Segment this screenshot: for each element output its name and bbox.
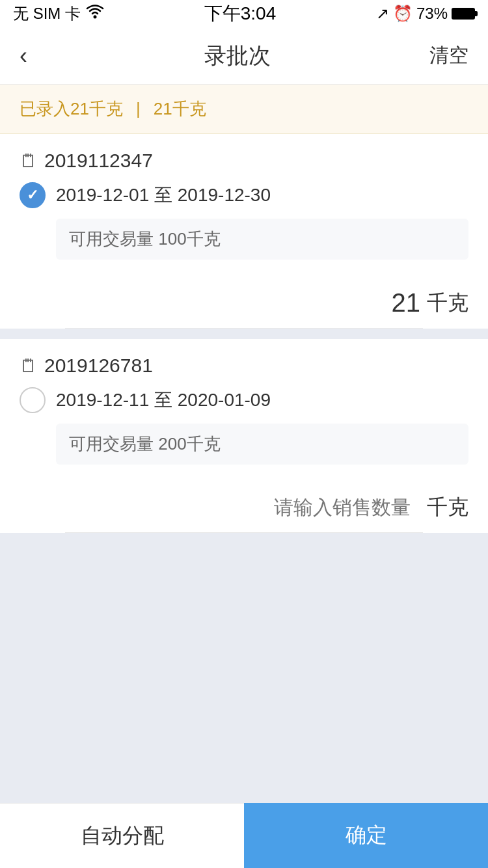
location-icon: ↗ — [376, 5, 389, 23]
batch-date-2: 2019-12-11 至 2020-01-09 — [56, 388, 271, 413]
batch-id-2: 2019126781 — [44, 355, 153, 377]
qty-row-1: 21 千克 — [0, 275, 488, 328]
batch-id-1: 2019112347 — [44, 150, 153, 172]
available-qty-2: 可用交易量 200千克 — [56, 424, 468, 465]
batch-item-2: 🗒 2019126781 ✓ 2019-12-11 至 2020-01-09 可… — [0, 339, 488, 533]
battery-icon — [452, 8, 475, 20]
wifi-icon — [86, 5, 104, 23]
page-title: 录批次 — [204, 41, 271, 71]
alarm-icon: ⏰ — [393, 5, 413, 23]
qty-unit-1: 千克 — [427, 289, 468, 318]
recorded-text: 已录入21千克 — [20, 98, 123, 120]
nav-bar: ‹ 录批次 清空 — [0, 27, 488, 85]
radio-selected-1[interactable]: ✓ — [20, 182, 46, 208]
bottom-buttons: 自动分配 确定 — [0, 803, 488, 868]
total-text: 21千克 — [154, 98, 206, 120]
status-right: ↗ ⏰ 73% — [376, 5, 475, 23]
status-bar: 无 SIM 卡 下午3:04 ↗ ⏰ 73% — [0, 0, 488, 27]
qty-unit-2: 千克 — [427, 493, 468, 522]
back-button[interactable]: ‹ — [20, 42, 59, 70]
batch-doc-icon-2: 🗒 — [20, 355, 38, 377]
no-sim-text: 无 SIM 卡 — [13, 3, 81, 24]
qty-value-1: 21 — [392, 288, 421, 318]
available-qty-1: 可用交易量 100千克 — [56, 219, 468, 260]
batch-item-1: 🗒 2019112347 ✓ 2019-12-01 至 2019-12-30 可… — [0, 134, 488, 329]
status-time: 下午3:04 — [204, 1, 277, 26]
qty-row-2[interactable]: 千克 — [0, 480, 488, 532]
bottom-fill — [0, 533, 488, 806]
confirm-button[interactable]: 确定 — [244, 803, 488, 868]
batch-date-1: 2019-12-01 至 2019-12-30 — [56, 183, 271, 208]
section-divider — [0, 329, 488, 339]
info-banner: 已录入21千克 | 21千克 — [0, 85, 488, 134]
status-left: 无 SIM 卡 — [13, 3, 104, 24]
battery-percent: 73% — [416, 5, 448, 23]
batch-doc-icon-1: 🗒 — [20, 150, 38, 172]
clear-button[interactable]: 清空 — [416, 42, 468, 69]
auto-distribute-button[interactable]: 自动分配 — [0, 803, 244, 868]
radio-unselected-2[interactable]: ✓ — [20, 387, 46, 413]
svg-point-0 — [94, 16, 97, 19]
qty-input-2[interactable] — [212, 496, 420, 519]
